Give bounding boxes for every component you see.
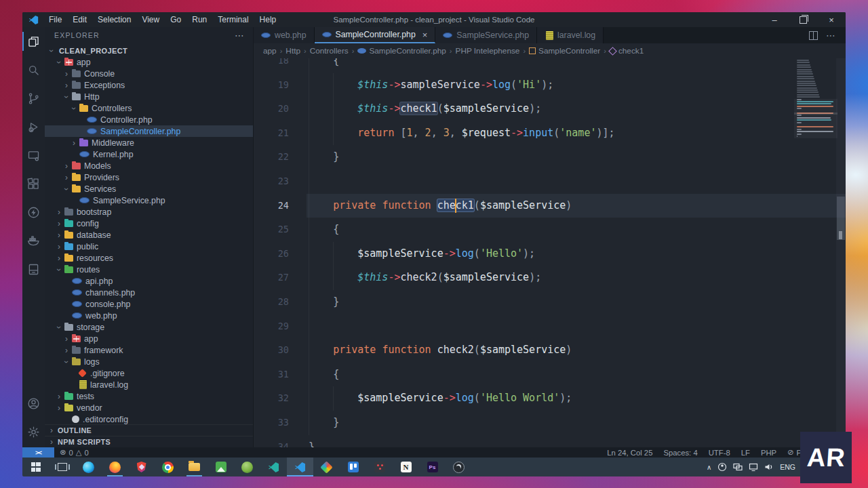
tree-item-channels-php[interactable]: channels.php	[45, 287, 253, 298]
activitybar-extensions[interactable]	[22, 169, 45, 198]
taskbar-obs[interactable]	[446, 458, 472, 476]
tab-sampleservice-php[interactable]: SampleService.php	[435, 27, 537, 43]
activitybar-remote-explorer[interactable]	[22, 141, 45, 169]
activitybar-thunder-client[interactable]	[22, 198, 45, 226]
status-php[interactable]: PHP	[761, 449, 776, 457]
code-line-28[interactable]: 28 }	[254, 290, 846, 314]
code-line-30[interactable]: 30 private function check2($sampleServic…	[254, 338, 846, 363]
tree-item-resources[interactable]: ›resources	[45, 252, 253, 264]
tree-item-models[interactable]: ›Models	[45, 160, 253, 171]
close-button[interactable]: ×	[817, 12, 846, 27]
taskbar-photoshop[interactable]: Ps	[419, 458, 446, 476]
breadcrumb[interactable]: app›Http›Controllers›SampleController.ph…	[254, 43, 846, 58]
tray-app-icon[interactable]	[717, 462, 727, 472]
close-tab-icon[interactable]: ×	[422, 30, 428, 40]
code-line-26[interactable]: 26 $sampleService->log('Hello');	[254, 242, 846, 266]
tree-item-logs[interactable]: ›logs	[45, 356, 253, 367]
activitybar-search[interactable]	[22, 56, 45, 84]
taskbar-vscode[interactable]	[287, 458, 313, 476]
code-line-25[interactable]: 25 {	[254, 218, 846, 242]
activitybar-docker[interactable]	[22, 226, 45, 255]
tree-item-http[interactable]: ›Http	[45, 91, 253, 102]
code-line-24[interactable]: 24 private function check1($sampleServic…	[254, 194, 846, 218]
code-line-31[interactable]: 31 {	[254, 363, 846, 387]
explorer-more-actions-icon[interactable]: ⋯	[235, 30, 245, 41]
code-line-29[interactable]: 29	[254, 314, 846, 339]
tree-item-sampleservice-php[interactable]: SampleService.php	[45, 195, 253, 206]
remote-indicator[interactable]: ><	[22, 447, 54, 458]
menu-edit[interactable]: Edit	[68, 14, 92, 26]
tree-item-console[interactable]: ›Console	[45, 68, 253, 79]
tree-item-editorconfig[interactable]: .editorconfig	[45, 413, 253, 424]
tree-item-app[interactable]: ›app	[45, 56, 253, 68]
display-icon[interactable]	[749, 462, 758, 472]
taskbar-start[interactable]	[22, 458, 49, 476]
tree-item-config[interactable]: ›config	[45, 218, 253, 229]
tree-item-framework[interactable]: ›framework	[45, 344, 253, 356]
menu-selection[interactable]: Selection	[93, 14, 136, 26]
breadcrumb-item-check1[interactable]: check1	[610, 46, 644, 56]
tree-item-database[interactable]: ›database	[45, 229, 253, 241]
breadcrumb-item-php-intelephense[interactable]: PHP Intelephense	[456, 46, 520, 56]
taskbar-trello[interactable]	[340, 458, 366, 476]
status-ln-24-col-25[interactable]: Ln 24, Col 25	[607, 449, 652, 457]
menu-run[interactable]: Run	[187, 14, 212, 26]
code-line-19[interactable]: 19 $this->sampleService->log('Hi');	[254, 73, 846, 98]
menu-go[interactable]: Go	[165, 14, 186, 26]
tree-item-bootstrap[interactable]: ›bootstrap	[45, 206, 253, 218]
taskbar-firefox[interactable]	[102, 458, 128, 476]
tree-item-exceptions[interactable]: ›Exceptions	[45, 79, 253, 91]
problems-indicator[interactable]: ⊗ 0 △ 0	[54, 448, 89, 457]
breadcrumb-item-controllers[interactable]: Controllers	[310, 46, 349, 56]
code-line-33[interactable]: 33 }	[254, 411, 846, 435]
taskbar-notion[interactable]: N	[393, 458, 419, 476]
tree-item-storage[interactable]: ›storage	[45, 321, 253, 333]
restore-button[interactable]	[789, 12, 817, 27]
activitybar-explorer[interactable]	[22, 27, 45, 56]
minimap[interactable]	[797, 60, 836, 138]
breadcrumb-item-http[interactable]: Http	[285, 46, 300, 56]
tree-item-controller-php[interactable]: Controller.php	[45, 114, 253, 125]
taskbar-green-app[interactable]	[234, 458, 260, 476]
tree-item-web-php[interactable]: web.php	[45, 310, 253, 321]
minimize-button[interactable]: –	[760, 12, 789, 27]
monitors-icon[interactable]	[733, 462, 743, 472]
breadcrumb-item-samplecontroller[interactable]: SampleController	[529, 46, 600, 56]
tree-item-routes[interactable]: ›routes	[45, 264, 253, 275]
code-line-27[interactable]: 27 $this->check2($sampleService);	[254, 266, 846, 290]
tree-item-gitignore[interactable]: .gitignore	[45, 367, 253, 379]
tree-item-laravel-log[interactable]: laravel.log	[45, 379, 253, 390]
menu-terminal[interactable]: Terminal	[213, 14, 253, 26]
tree-item-services[interactable]: ›Services	[45, 183, 253, 195]
tree-item-middleware[interactable]: ›Middleware	[45, 137, 253, 148]
tree-item-clean-project[interactable]: ›CLEAN_PROJECT	[45, 45, 253, 56]
section-npm-scripts[interactable]: › NPM SCRIPTS	[45, 436, 253, 447]
editor-scrollbar[interactable]	[836, 58, 846, 447]
status-lf[interactable]: LF	[741, 449, 750, 457]
code-line-21[interactable]: 21 return [1, 2, 3, $request->input('nam…	[254, 121, 846, 146]
taskbar-vscode-insiders[interactable]	[260, 458, 287, 476]
taskbar-chrome[interactable]	[155, 458, 181, 476]
code-editor[interactable]: 18 {19 $this->sampleService->log('Hi');2…	[254, 58, 846, 447]
section-outline[interactable]: › OUTLINE	[45, 424, 253, 436]
breadcrumb-item-app[interactable]: app	[263, 46, 277, 56]
menu-file[interactable]: File	[44, 14, 66, 26]
status-utf-8[interactable]: UTF-8	[709, 449, 730, 457]
tree-item-app[interactable]: ›app	[45, 333, 253, 344]
taskbar-color-app[interactable]	[313, 458, 340, 476]
code-line-18[interactable]: 18 {	[254, 58, 846, 73]
tree-item-samplecontroller-php[interactable]: SampleController.php	[45, 125, 253, 137]
tab-laravel-log[interactable]: laravel.log	[537, 27, 604, 43]
tab-samplecontroller-php[interactable]: SampleController.php×	[315, 27, 436, 43]
tree-item-console-php[interactable]: console.php	[45, 298, 253, 310]
speaker-icon[interactable]	[764, 462, 774, 472]
tree-item-kernel-php[interactable]: Kernel.php	[45, 148, 253, 160]
activitybar-device-manager[interactable]	[22, 255, 45, 283]
language-indicator[interactable]: ENG	[780, 463, 795, 471]
tree-item-vendor[interactable]: ›vendor	[45, 402, 253, 413]
code-line-22[interactable]: 22 }	[254, 145, 846, 169]
code-line-32[interactable]: 32 $sampleService->log('Hello World');	[254, 386, 846, 411]
tree-item-api-php[interactable]: api.php	[45, 275, 253, 287]
taskbar-dots-app[interactable]	[366, 458, 393, 476]
tray-expand-icon[interactable]: ∧	[707, 464, 711, 471]
